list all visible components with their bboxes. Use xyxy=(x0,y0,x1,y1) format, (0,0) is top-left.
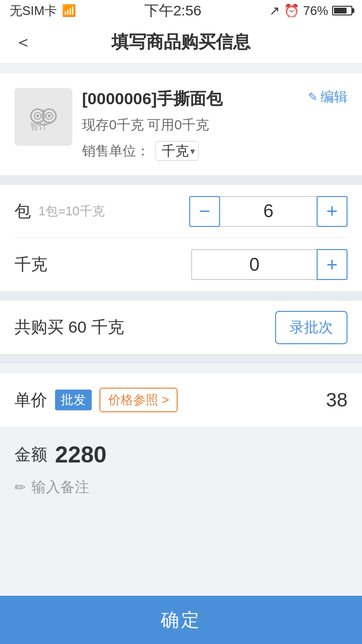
carrier-text: 无SIM卡 xyxy=(10,2,57,19)
product-card: 智计 [0000006]手撕面包 现存0千克 可用0千克 销售单位： 千克 包 … xyxy=(0,73,362,175)
bao-label: 包 1包=10千克 xyxy=(14,200,105,223)
svg-text:智计: 智计 xyxy=(30,122,47,131)
location-icon: ↗ xyxy=(269,3,280,18)
back-icon: ＜ xyxy=(14,32,32,52)
total-row: 共购买 60 千克 录批次 xyxy=(0,301,362,354)
edit-label: 编辑 xyxy=(320,88,348,106)
unit-select[interactable]: 千克 包 xyxy=(155,141,199,161)
product-image: 智计 xyxy=(14,88,72,146)
price-value: 38 xyxy=(326,389,348,411)
kg-quantity-input[interactable] xyxy=(191,249,317,280)
amount-section: 金额 2280 ✏ 输入备注 xyxy=(0,427,362,507)
bao-quantity-control: − + xyxy=(189,196,348,227)
status-bar: 无SIM卡 📶 下午2:56 ↗ ⏰ 76% xyxy=(0,0,362,21)
status-left: 无SIM卡 📶 xyxy=(10,2,76,19)
svg-point-5 xyxy=(48,114,51,117)
confirm-button[interactable]: 确定 xyxy=(0,596,362,644)
kg-input-row: 千克 + xyxy=(14,238,348,291)
amount-value: 2280 xyxy=(55,441,107,468)
alarm-icon: ⏰ xyxy=(284,3,299,18)
edit-button[interactable]: ✎ 编辑 xyxy=(308,88,348,106)
remark-placeholder: 输入备注 xyxy=(31,477,89,497)
wifi-icon: 📶 xyxy=(62,4,76,17)
kg-quantity-control: + xyxy=(191,249,348,280)
bao-quantity-input[interactable] xyxy=(220,196,317,227)
unit-select-wrap[interactable]: 千克 包 xyxy=(155,141,199,161)
divider-2 xyxy=(0,291,362,301)
product-stock: 现存0千克 可用0千克 xyxy=(82,116,348,134)
back-button[interactable]: ＜ xyxy=(14,30,32,54)
price-reference-button[interactable]: 价格参照 > xyxy=(99,388,178,412)
page-title: 填写商品购买信息 xyxy=(111,30,251,54)
bao-increment-button[interactable]: + xyxy=(317,196,348,227)
nav-bar: ＜ 填写商品购买信息 xyxy=(0,21,362,64)
input-section: 包 1包=10千克 − + 千克 + xyxy=(0,185,362,291)
divider-3 xyxy=(0,354,362,364)
price-tag: 批发 xyxy=(55,390,92,410)
bao-text: 包 xyxy=(14,200,31,223)
kg-label: 千克 xyxy=(14,253,47,276)
bao-hint: 1包=10千克 xyxy=(39,203,105,220)
total-text: 共购买 60 千克 xyxy=(14,316,124,338)
svg-point-4 xyxy=(36,114,39,117)
amount-label: 金额 xyxy=(14,444,47,466)
record-batch-button[interactable]: 录批次 xyxy=(275,311,348,344)
price-label: 单价 xyxy=(14,389,47,411)
kg-text: 千克 xyxy=(14,253,47,276)
product-logo-svg: 智计 xyxy=(24,102,63,131)
kg-increment-button[interactable]: + xyxy=(317,249,348,280)
remark-row[interactable]: ✏ 输入备注 xyxy=(14,477,348,497)
edit-icon: ✎ xyxy=(308,90,318,104)
bao-input-row: 包 1包=10千克 − + xyxy=(14,185,348,238)
product-unit-row: 销售单位： 千克 包 xyxy=(82,141,348,161)
amount-row: 金额 2280 xyxy=(14,441,348,468)
pencil-icon: ✏ xyxy=(14,479,26,495)
divider-1 xyxy=(0,175,362,185)
status-right: ↗ ⏰ 76% xyxy=(269,3,352,18)
battery-percent: 76% xyxy=(303,3,328,18)
bao-decrement-button[interactable]: − xyxy=(189,196,220,227)
status-time: 下午2:56 xyxy=(144,1,201,21)
unit-label: 销售单位： xyxy=(82,142,150,160)
battery-icon xyxy=(332,6,352,15)
price-section: 单价 批发 价格参照 > 38 xyxy=(0,373,362,427)
